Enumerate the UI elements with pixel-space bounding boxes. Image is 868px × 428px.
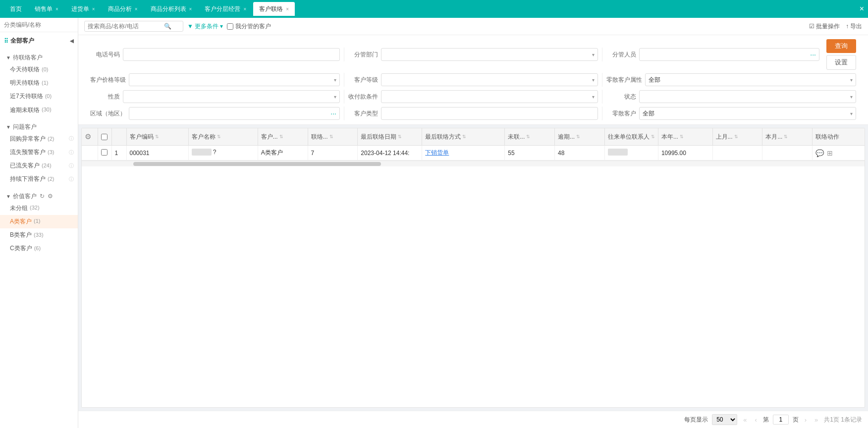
page-number-input[interactable]	[773, 415, 789, 425]
filter-search-icon[interactable]: 🔍	[164, 23, 171, 30]
dept-select[interactable]: ▾	[381, 48, 598, 61]
overdue-sort-icon[interactable]: ⇅	[576, 134, 580, 139]
col-overdue-header[interactable]: 逾期... ⇅	[555, 128, 605, 146]
last-month-sort-icon[interactable]: ⇅	[734, 134, 738, 139]
query-button[interactable]: 查询	[826, 39, 856, 53]
tab-home[interactable]: 首页	[4, 2, 28, 16]
comment-action-icon[interactable]: 💬	[815, 149, 824, 157]
close-analysis-list-icon[interactable]: ×	[189, 6, 192, 12]
col-settings-header[interactable]: ⚙	[82, 128, 98, 146]
sidebar-item-a-class[interactable]: A类客户 (1)	[0, 215, 78, 228]
col-last-way-header[interactable]: 最后联络方式 ⇅	[422, 128, 505, 146]
sidebar-item-churn-warning[interactable]: 流失预警客户 (3) ⓘ	[0, 146, 78, 159]
customer-level-select[interactable]: ▾	[381, 73, 598, 86]
prev-page-btn[interactable]: ‹	[753, 415, 759, 425]
sidebar-search-input[interactable]	[4, 21, 78, 28]
sidebar-item-today-contact[interactable]: 今天待联络 (0)	[0, 63, 78, 76]
grid-action-icon[interactable]: ⊞	[827, 149, 833, 157]
last-way-sort-icon[interactable]: ⇅	[462, 134, 466, 139]
col-no-contact-header[interactable]: 未联... ⇅	[505, 128, 555, 146]
my-customers-checkbox[interactable]	[227, 23, 233, 30]
col-name-header[interactable]: 客户名称 ⇅	[188, 128, 258, 146]
tab-purchase[interactable]: 进货单 ×	[65, 2, 101, 16]
value-customers-group-label[interactable]: ▼ 价值客户 ↻ ⚙	[0, 190, 78, 202]
scrollbar-thumb[interactable]	[133, 162, 381, 166]
code-sort-icon[interactable]: ⇅	[155, 134, 159, 139]
sidebar-item-declining[interactable]: 持续下滑客户 (2) ⓘ	[0, 172, 78, 186]
close-customer-seg-icon[interactable]: ×	[243, 6, 246, 12]
this-month-sort-icon[interactable]: ⇅	[784, 134, 788, 139]
last-way-link[interactable]: 下销货单	[425, 149, 449, 156]
problem-customers-group-label[interactable]: ▼ 问题客户	[0, 121, 78, 132]
close-purchase-icon[interactable]: ×	[92, 6, 95, 12]
next-page-btn[interactable]: ›	[803, 415, 809, 425]
row-last-way-cell[interactable]: 下销货单	[422, 146, 505, 160]
col-contact-header[interactable]: 联络... ⇅	[308, 128, 358, 146]
my-customers-checkbox-label[interactable]: 我分管的客户	[227, 22, 271, 31]
region-dots-icon[interactable]: ···	[330, 109, 336, 117]
close-customer-contact-icon[interactable]: ×	[286, 6, 289, 12]
column-settings-icon[interactable]: ⚙	[85, 132, 91, 141]
this-year-sort-icon[interactable]: ⇅	[680, 134, 684, 139]
per-page-select[interactable]: 50 100 200	[712, 414, 737, 425]
select-all-checkbox[interactable]	[101, 134, 108, 140]
sidebar-item-c-class[interactable]: C类客户 (6)	[0, 242, 78, 255]
refresh-icon[interactable]: ↻	[40, 193, 45, 200]
sidebar-item-overdue-contact[interactable]: 逾期未联络 (30)	[0, 104, 78, 117]
col-last-date-header[interactable]: 最后联络日期 ⇅	[358, 128, 422, 146]
company-contact-sort-icon[interactable]: ⇅	[651, 134, 655, 139]
batch-op-btn[interactable]: ☑ 批量操作	[809, 22, 840, 31]
col-this-year-header[interactable]: 本年... ⇅	[658, 128, 712, 146]
price-level-select[interactable]: ▾	[129, 73, 340, 86]
tab-customer-seg[interactable]: 客户分层经营 ×	[199, 2, 252, 16]
close-analysis-icon[interactable]: ×	[135, 6, 138, 12]
manager-dots-icon[interactable]: ···	[810, 51, 816, 58]
row-checkbox-cell[interactable]	[98, 146, 111, 160]
col-last-month-header[interactable]: 上月... ⇅	[712, 128, 762, 146]
tab-sales[interactable]: 销售单 ×	[29, 2, 64, 16]
tab-customer-contact[interactable]: 客户联络 ×	[253, 2, 295, 16]
payment-select[interactable]: ▾	[381, 90, 598, 103]
sidebar-item-unclassified[interactable]: 未分组 (32)	[0, 202, 78, 215]
scatter-select[interactable]: 全部 ▾	[639, 107, 856, 120]
col-this-month-header[interactable]: 本月... ⇅	[762, 128, 813, 146]
nature-select[interactable]: ▾	[123, 90, 340, 103]
col-checkbox-header[interactable]	[98, 128, 111, 146]
col-company-contact-header[interactable]: 往来单位联系人 ⇅	[604, 128, 658, 146]
first-page-btn[interactable]: «	[741, 415, 749, 425]
scatter-attr-select[interactable]: 全部 ▾	[645, 73, 856, 86]
contact-sort-icon[interactable]: ⇅	[329, 134, 333, 139]
pending-contact-group-label[interactable]: ▼ 待联络客户	[0, 52, 78, 63]
name-sort-icon[interactable]: ⇅	[217, 134, 221, 139]
no-contact-sort-icon[interactable]: ⇅	[526, 134, 530, 139]
b-class-count: (33)	[34, 231, 44, 240]
sidebar-item-churned[interactable]: 已流失客户 (24) ⓘ	[0, 159, 78, 172]
sidebar-item-b-class[interactable]: B类客户 (33)	[0, 228, 78, 242]
col-type-header[interactable]: 客户... ⇅	[258, 128, 308, 146]
more-filters-btn[interactable]: ▼ 更多条件 ▾	[187, 22, 223, 31]
region-select[interactable]: ···	[129, 107, 340, 120]
all-customers-header[interactable]: ⠿ 全部客户 ◀	[0, 34, 78, 48]
row-checkbox[interactable]	[101, 149, 108, 156]
col-code-header[interactable]: 客户编码 ⇅	[126, 128, 188, 146]
sidebar-item-repurchase-abnormal[interactable]: 回购异常客户 (2) ⓘ	[0, 132, 78, 146]
settings-icon[interactable]: ⚙	[48, 193, 53, 200]
tab-analysis-list[interactable]: 商品分析列表 ×	[145, 2, 198, 16]
last-page-btn[interactable]: »	[813, 415, 820, 425]
close-sales-icon[interactable]: ×	[55, 6, 58, 12]
tab-analysis[interactable]: 商品分析 ×	[102, 2, 144, 16]
sidebar-item-tomorrow-contact[interactable]: 明天待联络 (1)	[0, 76, 78, 90]
status-select[interactable]: ▾	[639, 90, 856, 103]
horizontal-scrollbar[interactable]	[82, 160, 865, 166]
last-date-sort-icon[interactable]: ⇅	[398, 134, 402, 139]
collapse-icon[interactable]: ◀	[70, 38, 74, 44]
filter-search-input[interactable]	[88, 23, 162, 30]
export-btn[interactable]: ↑ 导出	[846, 22, 862, 31]
customer-type-input[interactable]	[381, 107, 598, 120]
type-sort-icon[interactable]: ⇅	[279, 134, 283, 139]
settings-button[interactable]: 设置	[826, 55, 856, 70]
phone-input[interactable]	[123, 48, 340, 61]
sidebar-item-7days-contact[interactable]: 近7天待联络 (0)	[0, 90, 78, 103]
manager-select[interactable]: ···	[639, 48, 819, 61]
close-all-tabs-icon[interactable]: ×	[860, 4, 864, 13]
